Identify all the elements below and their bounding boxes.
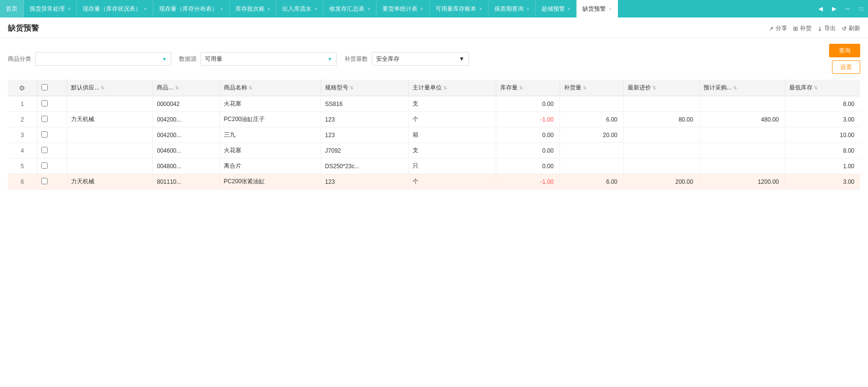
sort-supplier[interactable]: 默认供应... ⇅ [71, 84, 105, 92]
tab-order-stat[interactable]: 要货单统计表 × [377, 0, 430, 18]
export-icon: ⤓ [817, 25, 822, 32]
sort-icon: ⇅ [814, 86, 818, 90]
row-unit: 只 [408, 158, 496, 174]
sort-replenish-qty[interactable]: 补货量 ⇅ [564, 84, 587, 92]
close-icon[interactable]: × [526, 6, 529, 12]
sort-product-name[interactable]: 商品名称 ⇅ [224, 84, 253, 92]
category-select[interactable]: ▼ [35, 52, 171, 66]
page-content: 缺货预警 ↗ 分享 ⊞ 补货 ⤓ 导出 ↺ 刷新 商品分类 [0, 18, 868, 387]
select-all-checkbox[interactable] [41, 84, 48, 90]
sort-spec[interactable]: 规格型号 ⇅ [325, 84, 354, 92]
settings-button[interactable]: 设置 [832, 60, 860, 74]
row-unit: 箱 [408, 127, 496, 143]
sort-min-stock[interactable]: 最低库存 ⇅ [789, 84, 818, 92]
th-replenish-qty: 补货量 ⇅ [560, 80, 623, 96]
table-header-row: ⚙ 默认供应... ⇅ 商品... ⇅ [8, 80, 860, 96]
close-icon[interactable]: × [268, 6, 271, 12]
row-checkbox[interactable] [41, 100, 48, 106]
tab-shortage[interactable]: 缺货预警 × [577, 0, 618, 18]
row-latest-price: 200.00 [624, 174, 700, 190]
sort-latest-price[interactable]: 最新进价 ⇅ [628, 84, 656, 92]
row-latest-price [624, 96, 700, 112]
row-product-name: 火花塞 [219, 143, 321, 158]
row-number: 3 [8, 127, 37, 143]
row-replenish-qty [560, 143, 623, 158]
row-supplier: 力天机械 [67, 112, 153, 127]
action-buttons: 查询 设置 [829, 44, 860, 74]
row-min-stock: 1.00 [785, 158, 860, 174]
close-icon[interactable]: × [420, 6, 423, 12]
tab-collect-summary[interactable]: 收发存汇总表 × [324, 0, 377, 18]
row-supplier: 力天机械 [67, 174, 153, 190]
row-number: 6 [8, 174, 37, 190]
close-icon[interactable]: × [609, 6, 612, 12]
row-spec: DS250*23c... [321, 158, 409, 174]
tab-batch[interactable]: 库存批次账 × [230, 0, 277, 18]
row-unit: 个 [408, 174, 496, 190]
row-stock-qty: 0.00 [496, 143, 560, 158]
tab-home[interactable]: 首页 [0, 0, 24, 18]
close-icon[interactable]: × [367, 6, 370, 12]
sort-icon: ⇅ [175, 86, 179, 90]
row-latest-price [624, 158, 700, 174]
tab-exception[interactable]: 拣货异常处理 × [24, 0, 77, 18]
close-icon[interactable]: × [68, 6, 71, 12]
category-filter-group: 商品分类 ▼ [8, 52, 171, 66]
sort-product-code[interactable]: 商品... ⇅ [157, 84, 179, 92]
sort-unit[interactable]: 主计量单位 ⇅ [413, 84, 447, 92]
replenish-base-select[interactable]: 安全库存 ▼ [372, 52, 469, 66]
refresh-icon: ↺ [842, 25, 847, 32]
share-button[interactable]: ↗ 分享 [769, 24, 787, 33]
row-checkbox-cell [37, 127, 67, 143]
sort-est-purchase[interactable]: 预计采购... ⇅ [704, 84, 737, 92]
query-button[interactable]: 查询 [829, 44, 860, 57]
gear-icon[interactable]: ⚙ [19, 84, 25, 92]
filter-area: 商品分类 ▼ 数据源 可用量 ▼ 补货基数 安全库存 ▼ 查询 设置 [0, 38, 868, 80]
row-replenish-qty: 20.00 [560, 127, 623, 143]
export-button[interactable]: ⤓ 导出 [817, 24, 836, 33]
th-settings: ⚙ [8, 80, 37, 96]
tab-inventory-status[interactable]: 现存量（库存状况表） × [77, 0, 153, 18]
row-checkbox[interactable] [41, 162, 48, 169]
tab-prev-button[interactable]: ◀ [814, 0, 827, 18]
tab-inout-flow[interactable]: 出入库流水 × [276, 0, 324, 18]
table-row: 4 004600... 火花塞 J7092 支 0.00 8.00 [8, 143, 860, 158]
data-source-select[interactable]: 可用量 ▼ [200, 52, 337, 66]
tab-maximize-button[interactable]: □ [854, 0, 868, 18]
row-product-name: PC200张紧油缸 [219, 174, 321, 190]
tab-nav-buttons: ◀ ▶ ─ □ [814, 0, 868, 18]
row-product-code: 004600... [153, 143, 219, 158]
refresh-button[interactable]: ↺ 刷新 [842, 24, 860, 33]
data-source-arrow: ▼ [327, 56, 332, 62]
tab-expiry[interactable]: 保质期查询 × [488, 0, 536, 18]
row-spec: 123 [321, 174, 409, 190]
row-stock-qty: 0.00 [496, 127, 560, 143]
replenish-button[interactable]: ⊞ 补货 [793, 24, 812, 33]
row-supplier [67, 96, 153, 112]
share-icon: ↗ [769, 25, 774, 32]
close-icon[interactable]: × [144, 6, 147, 12]
tab-overstock[interactable]: 超储预警 × [536, 0, 577, 18]
row-checkbox[interactable] [41, 131, 48, 138]
row-checkbox[interactable] [41, 147, 48, 153]
row-checkbox[interactable] [41, 178, 48, 184]
data-source-label: 数据源 [179, 55, 197, 63]
sort-stock-qty[interactable]: 库存量 ⇅ [500, 84, 523, 92]
tab-next-button[interactable]: ▶ [827, 0, 841, 18]
tab-inventory-dist[interactable]: 现存量（库存分布表） × [153, 0, 230, 18]
close-icon[interactable]: × [314, 6, 317, 12]
tab-minimize-button[interactable]: ─ [841, 0, 854, 18]
th-supplier: 默认供应... ⇅ [67, 80, 153, 96]
tab-available-ledger[interactable]: 可用量库存账本 × [430, 0, 488, 18]
row-est-purchase [699, 158, 785, 174]
close-icon[interactable]: × [220, 6, 223, 12]
close-icon[interactable]: × [479, 6, 482, 12]
tab-bar: 首页 拣货异常处理 × 现存量（库存状况表） × 现存量（库存分布表） × 库存… [0, 0, 868, 18]
row-product-code: 0000042 [153, 96, 219, 112]
close-icon[interactable]: × [568, 6, 571, 12]
table-row: 1 0000042 火花塞 SS816 支 0.00 8.00 [8, 96, 860, 112]
row-number: 4 [8, 143, 37, 158]
row-unit: 个 [408, 112, 496, 127]
row-number: 5 [8, 158, 37, 174]
row-checkbox[interactable] [41, 116, 48, 122]
